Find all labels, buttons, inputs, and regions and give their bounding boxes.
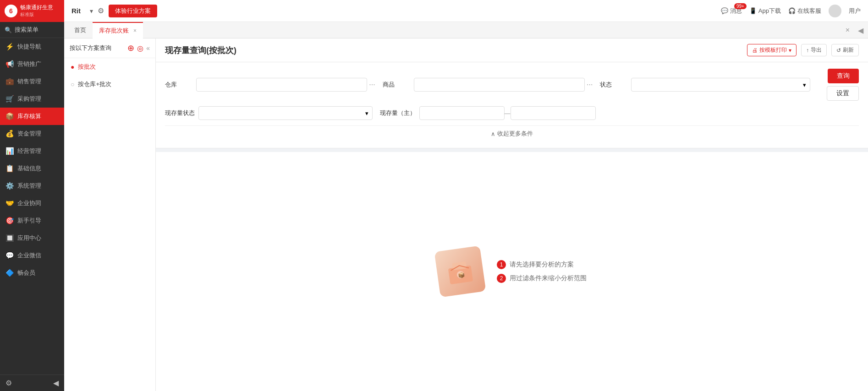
sidebar-item-vip[interactable]: 🔷 畅会员 xyxy=(0,264,64,282)
message-item[interactable]: 💬 消息 99+ xyxy=(721,7,742,15)
sidebar-item-sales[interactable]: 💼 销售管理 xyxy=(0,73,64,90)
tabbar-collapse-icon[interactable]: ◀ xyxy=(858,26,863,34)
app-center-icon: 🔲 xyxy=(5,234,14,242)
sidebar-item-label: 畅会员 xyxy=(17,269,35,277)
scheme-settings-icon[interactable]: ◎ xyxy=(137,44,143,53)
inventory-status-label: 现存量状态 xyxy=(165,109,195,117)
refresh-button[interactable]: ↺ 刷新 xyxy=(831,44,859,56)
sidebar-item-purchase[interactable]: 🛒 采购管理 xyxy=(0,90,64,108)
sidebar-item-basics[interactable]: 📋 基础信息 xyxy=(0,160,64,177)
collapse-label: 收起更多条件 xyxy=(497,130,533,138)
tab-close-icon[interactable]: × xyxy=(133,27,137,34)
trial-button[interactable]: 体验行业方案 xyxy=(109,5,157,17)
app-download-icon: 📱 xyxy=(749,7,757,14)
sidebar-item-label: 系统管理 xyxy=(17,182,41,190)
product-filter: 商品 ··· xyxy=(383,78,593,92)
product-input[interactable] xyxy=(414,78,585,92)
right-panel: 现存量查询(按批次) 🖨 按模板打印 ▾ ↑ 导出 ↺ xyxy=(156,38,868,391)
sidebar-item-system[interactable]: ⚙️ 系统管理 xyxy=(0,177,64,195)
tab-home[interactable]: 首页 xyxy=(68,22,93,38)
inventory-status-dropdown-icon: ▾ xyxy=(365,110,368,117)
quantity-label: 现存量（主） xyxy=(380,109,416,117)
sidebar-search-label: 搜索菜单 xyxy=(15,26,38,34)
tip-text-1: 请先选择要分析的方案 xyxy=(510,261,574,269)
status-dropdown-icon: ▾ xyxy=(803,81,806,88)
empty-svg: 📦 xyxy=(442,253,478,289)
collapse-sidebar-icon[interactable]: ◀ xyxy=(53,379,59,387)
settings-icon[interactable]: ⚙ xyxy=(5,379,12,387)
tabbar-close-button[interactable]: × xyxy=(846,26,850,34)
inventory-status-select[interactable]: ▾ xyxy=(198,106,373,120)
chevron-up-icon: ∧ xyxy=(491,130,495,137)
tab-active-label: 库存批次账 xyxy=(99,27,129,35)
topbar-right: 💬 消息 99+ 📱 App下载 🎧 在线客服 用户 xyxy=(721,5,861,17)
sidebar-item-finance[interactable]: 💰 资金管理 xyxy=(0,125,64,142)
content-area: 按以下方案查询 ⊕ ◎ « ● 按批次 ○ 按仓库+批次 现存量查询( xyxy=(64,38,868,391)
empty-state: 📦 1 请先选择要分析的方案 2 用过滤条件来缩小分析范围 xyxy=(156,152,868,391)
topbar-brand: Rit xyxy=(71,7,81,15)
scheme-item-label: 按仓库+批次 xyxy=(78,80,111,88)
product-more-icon[interactable]: ··· xyxy=(587,81,593,89)
online-service-item[interactable]: 🎧 在线客服 xyxy=(788,7,821,15)
tab-inventory-batch[interactable]: 库存批次账 × xyxy=(93,22,143,38)
sidebar-company-name: 畅康通好生意 xyxy=(20,4,53,11)
sidebar-item-collab[interactable]: 🤝 企业协同 xyxy=(0,195,64,212)
quantity-min-input[interactable] xyxy=(419,106,505,120)
template-print-button[interactable]: 🖨 按模板打印 ▾ xyxy=(747,44,797,56)
sidebar: 6 畅康通好生意 标准版 🔍 搜索菜单 ⚡ 快捷导航 📢 营销推广 💼 销售管理… xyxy=(0,0,64,391)
quantity-filter: 现存量（主） — xyxy=(380,106,596,120)
scheme-item-by-warehouse-batch[interactable]: ○ 按仓库+批次 xyxy=(64,76,155,93)
sales-icon: 💼 xyxy=(5,77,14,86)
corp-wechat-icon: 💬 xyxy=(5,251,14,260)
sidebar-item-operations[interactable]: 📊 经营管理 xyxy=(0,142,64,160)
sidebar-item-app-center[interactable]: 🔲 应用中心 xyxy=(0,229,64,247)
warehouse-input[interactable] xyxy=(196,78,367,92)
app-download-label: App下载 xyxy=(758,7,781,15)
status-select[interactable]: ▾ xyxy=(631,78,810,92)
collapse-panel-icon[interactable]: « xyxy=(146,44,150,52)
sidebar-edition: 标准版 xyxy=(20,11,53,18)
quantity-max-input[interactable] xyxy=(511,106,596,120)
scheme-item-by-batch[interactable]: ● 按批次 xyxy=(64,58,155,76)
topbar-brand-text: Rit xyxy=(71,7,81,15)
scheme-active-icon: ● xyxy=(71,63,74,71)
sidebar-item-label: 销售管理 xyxy=(17,77,41,86)
sidebar-nav: ⚡ 快捷导航 📢 营销推广 💼 销售管理 🛒 采购管理 📦 库存核算 💰 资金管… xyxy=(0,38,64,375)
sidebar-item-marketing[interactable]: 📢 营销推广 xyxy=(0,55,64,73)
export-button[interactable]: ↑ 导出 xyxy=(801,44,827,56)
quantity-dash: — xyxy=(505,110,511,117)
collab-icon: 🤝 xyxy=(5,199,14,207)
sidebar-footer: ⚙ ◀ xyxy=(0,375,64,391)
topbar-dropdown-icon[interactable]: ▾ xyxy=(90,7,93,15)
sidebar-item-label: 资金管理 xyxy=(17,130,41,138)
settings-button[interactable]: 设置 xyxy=(827,86,859,101)
query-button[interactable]: 查询 xyxy=(828,69,859,83)
status-filter: 状态 ▾ xyxy=(600,78,810,92)
message-icon: 💬 xyxy=(721,7,728,14)
sidebar-search[interactable]: 🔍 搜索菜单 xyxy=(0,22,64,38)
guide-icon: 🎯 xyxy=(5,217,14,225)
sidebar-logo: 6 xyxy=(5,5,17,17)
tip-num-1: 1 xyxy=(497,260,506,269)
collapse-more-conditions[interactable]: ∧ 收起更多条件 xyxy=(165,125,859,141)
sidebar-item-corp-wechat[interactable]: 💬 企业微信 xyxy=(0,247,64,264)
system-icon: ⚙️ xyxy=(5,182,14,190)
sidebar-item-label: 营销推广 xyxy=(17,60,41,68)
left-panel-title: 按以下方案查询 xyxy=(70,44,111,52)
sidebar-item-quick-nav[interactable]: ⚡ 快捷导航 xyxy=(0,38,64,55)
app-download-item[interactable]: 📱 App下载 xyxy=(749,7,781,15)
online-service-icon: 🎧 xyxy=(788,7,796,14)
sidebar-item-inventory[interactable]: 📦 库存核算 xyxy=(0,108,64,125)
tab-home-label: 首页 xyxy=(74,26,86,34)
add-scheme-icon[interactable]: ⊕ xyxy=(127,43,134,53)
sidebar-item-label: 经营管理 xyxy=(17,147,41,155)
product-label: 商品 xyxy=(383,81,410,89)
finance-icon: 💰 xyxy=(5,130,14,138)
search-icon: 🔍 xyxy=(5,27,12,33)
tabbar: 首页 库存批次账 × × ◀ xyxy=(64,22,868,38)
sidebar-item-guide[interactable]: 🎯 新手引导 xyxy=(0,212,64,229)
warehouse-more-icon[interactable]: ··· xyxy=(369,81,375,89)
user-avatar[interactable] xyxy=(829,5,841,17)
topbar-gear-icon[interactable]: ⚙ xyxy=(98,6,104,15)
svg-text:📦: 📦 xyxy=(457,271,465,279)
